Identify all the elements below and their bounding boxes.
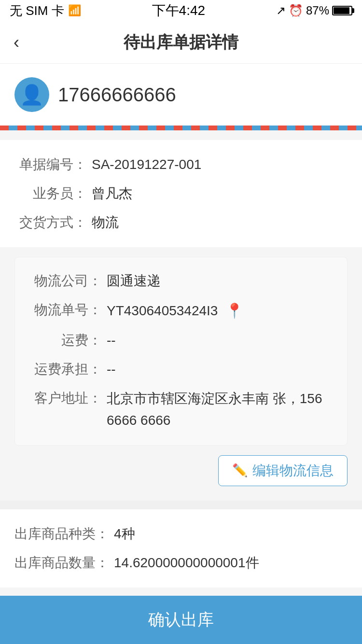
edit-btn-row: ✏️ 编辑物流信息: [14, 455, 348, 491]
logistics-card: 物流公司： 圆通速递 物流单号： YT43064053424I3 📍 运费： -…: [14, 257, 348, 446]
logistics-company-value: 圆通速递: [107, 271, 333, 291]
goods-section: 出库商品种类： 4种 出库商品数量： 14.620000000000001件: [0, 509, 362, 588]
order-no-label: 单据编号：: [14, 154, 92, 175]
sales-person-row: 业务员： 曾凡杰: [14, 183, 348, 204]
address-label: 客户地址：: [29, 388, 107, 408]
confirm-button-bar[interactable]: 确认出库: [0, 596, 362, 644]
goods-types-value: 4种: [114, 524, 348, 544]
freight-bearer-row: 运费承担： --: [29, 359, 333, 379]
freight-value: --: [107, 330, 333, 350]
sales-person-value: 曾凡杰: [92, 183, 348, 204]
status-right: ↗ ⏰ 87%: [276, 4, 352, 17]
goods-types-label: 出库商品种类：: [14, 524, 114, 544]
address-row: 客户地址： 北京市市辖区海淀区永丰南 张，156 6666 6666: [29, 388, 333, 432]
avatar: 👤: [14, 77, 49, 112]
edit-icon: ✏️: [232, 463, 248, 478]
delivery-method-label: 交货方式：: [14, 212, 92, 233]
order-no-value: SA-20191227-001: [92, 154, 348, 175]
user-phone: 17666666666: [58, 84, 176, 106]
freight-bearer-value: --: [107, 359, 333, 379]
order-no-row: 单据编号： SA-20191227-001: [14, 154, 348, 175]
basic-info-section: 单据编号： SA-20191227-001 业务员： 曾凡杰 交货方式： 物流: [0, 140, 362, 247]
delivery-method-row: 交货方式： 物流: [14, 212, 348, 233]
battery-percent: 87%: [306, 4, 329, 17]
goods-quantity-label: 出库商品数量：: [14, 553, 114, 573]
back-button[interactable]: ‹: [14, 32, 19, 53]
goods-quantity-row: 出库商品数量： 14.620000000000001件: [14, 553, 348, 573]
freight-bearer-label: 运费承担：: [29, 359, 107, 379]
tracking-no-value: YT43064053424I3 📍: [107, 300, 333, 322]
freight-row: 运费： --: [29, 330, 333, 350]
goods-quantity-value: 14.620000000000001件: [114, 553, 348, 573]
sales-person-label: 业务员：: [14, 183, 92, 204]
battery-icon: [332, 6, 352, 15]
page-title: 待出库单据详情: [124, 31, 238, 54]
edit-logistics-button[interactable]: ✏️ 编辑物流信息: [218, 455, 348, 486]
alarm-icon: ⏰: [289, 4, 303, 17]
carrier-text: 无 SIM 卡: [10, 2, 64, 19]
goods-types-row: 出库商品种类： 4种: [14, 524, 348, 544]
tracking-no-label: 物流单号：: [29, 300, 107, 320]
status-bar: 无 SIM 卡 📶 下午4:42 ↗ ⏰ 87%: [0, 0, 362, 21]
dashed-divider: [0, 126, 362, 130]
delivery-method-value: 物流: [92, 212, 348, 233]
freight-label: 运费：: [29, 330, 107, 350]
wifi-icon: 📶: [68, 4, 81, 17]
confirm-button-label: 确认出库: [148, 609, 214, 631]
address-value: 北京市市辖区海淀区永丰南 张，156 6666 6666: [107, 388, 333, 432]
location-service-icon: ↗: [276, 4, 286, 17]
section-separator: [0, 501, 362, 509]
tracking-no-row: 物流单号： YT43064053424I3 📍: [29, 300, 333, 322]
edit-btn-label: 编辑物流信息: [252, 462, 334, 480]
tracking-location-icon[interactable]: 📍: [225, 300, 243, 322]
status-time: 下午4:42: [152, 1, 206, 20]
logistics-company-label: 物流公司：: [29, 271, 107, 291]
nav-bar: ‹ 待出库单据详情: [0, 21, 362, 64]
avatar-icon: 👤: [20, 84, 44, 106]
logistics-company-row: 物流公司： 圆通速递: [29, 271, 333, 291]
user-section: 👤 17666666666: [0, 64, 362, 126]
status-left: 无 SIM 卡 📶: [10, 2, 81, 19]
